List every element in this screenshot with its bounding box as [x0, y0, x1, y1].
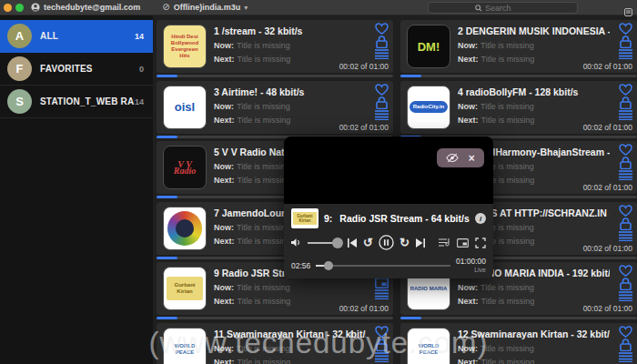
station-logo-text: RADIO MARIA	[409, 284, 450, 294]
favorite-heart-icon[interactable]	[619, 23, 632, 35]
sidebar-item-label: ALL	[40, 31, 135, 41]
player-thumbnail: Gurbani Kirtan	[291, 208, 318, 228]
station-card[interactable]: DM! 2 DENGERIN MUSIK INDONESIA - 64 kbit…	[400, 20, 637, 73]
volume-slider[interactable]	[308, 242, 342, 244]
station-card[interactable]: Hindi Desi Bollywood Evergreen Hits 1 /s…	[157, 20, 393, 73]
volume-icon[interactable]	[291, 238, 302, 248]
station-row: DM! 2 DENGERIN MUSIK INDONESIA - 64 kbit…	[400, 20, 637, 81]
queue-list-icon[interactable]	[375, 352, 389, 362]
fullscreen-icon[interactable]	[475, 238, 486, 248]
station-now-line: Now:Title is missing	[214, 344, 290, 353]
lock-icon[interactable]	[620, 339, 632, 351]
station-next-line: Next:Title is missing	[214, 176, 290, 185]
seek-knob[interactable]	[324, 261, 333, 270]
favorite-heart-icon[interactable]	[375, 84, 389, 96]
lock-icon[interactable]	[620, 35, 632, 48]
queue-list-icon[interactable]	[375, 289, 389, 299]
skip-back-icon[interactable]: ↺	[363, 237, 373, 248]
playlist-selector[interactable]: ⊘ Offline)india.m3u ▾	[162, 3, 248, 12]
station-title: 12 Swaminarayan Kirtan - 32 kbit/s	[458, 329, 610, 339]
lock-icon[interactable]	[620, 96, 632, 109]
station-time: 00:02 of 01:00	[339, 62, 389, 71]
favorite-heart-icon[interactable]	[375, 23, 389, 35]
seek-bar[interactable]	[316, 265, 450, 267]
sidebar-item[interactable]: S STATION_T_WEB RADIO 14	[0, 86, 153, 118]
hide-video-icon[interactable]	[446, 153, 459, 163]
queue-list-icon[interactable]	[619, 49, 632, 59]
picture-in-picture-icon[interactable]	[457, 238, 469, 248]
sidebar: A ALL 14 F FAVORITES 0 S STATION_T_WEB R…	[0, 15, 153, 364]
view-toggle-button[interactable]	[624, 4, 632, 20]
lock-icon[interactable]	[620, 278, 632, 290]
station-card[interactable]: RadioCity.in 4 radioBollyFM - 128 kbit/s…	[400, 81, 637, 134]
lock-icon[interactable]	[376, 35, 388, 48]
favorite-heart-icon[interactable]	[619, 205, 632, 217]
search-box[interactable]	[428, 2, 578, 14]
sidebar-item[interactable]: A ALL 14	[0, 20, 153, 53]
station-logo: RadioCity.in	[407, 86, 450, 129]
station-logo-text: Hindi Desi Bollywood Evergreen Hits	[164, 32, 206, 61]
favorite-heart-icon[interactable]	[375, 326, 389, 338]
station-logo: WORLD PEACE	[407, 328, 450, 364]
favorite-heart-icon[interactable]	[619, 265, 632, 277]
traffic-light-green[interactable]	[15, 4, 24, 12]
player-total-time: 01:00:00	[456, 258, 486, 266]
player-overlay-actions: ×	[437, 148, 484, 167]
playlist-icon[interactable]	[439, 238, 450, 248]
station-row: WORLD PEACE 11 Swaminarayan Kirtan - 32 …	[157, 323, 400, 364]
offline-icon: ⊘	[162, 3, 169, 12]
station-now-line: Now:Title is missing	[214, 283, 290, 292]
next-track-icon[interactable]	[415, 238, 425, 248]
lock-icon[interactable]	[620, 217, 632, 230]
queue-list-icon[interactable]	[375, 110, 389, 120]
station-card[interactable]: WORLD PEACE 12 Swaminarayan Kirtan - 32 …	[400, 323, 637, 364]
sidebar-item-count: 14	[135, 32, 144, 41]
traffic-light-yellow[interactable]	[4, 4, 12, 12]
station-now-line: Now:Title is missing	[458, 283, 534, 292]
queue-list-icon[interactable]	[619, 170, 632, 180]
live-badge: Live	[474, 266, 486, 274]
station-logo: oisl	[163, 86, 207, 129]
station-time: 00:02 of 01:00	[583, 304, 632, 313]
player-station-index: 9:	[324, 213, 332, 224]
station-next-line: Next:Title is missing	[214, 358, 290, 364]
queue-list-icon[interactable]	[619, 352, 632, 362]
now-playing-video-icon[interactable]	[375, 278, 389, 288]
app-window: techedubyte@gmail.com ⊘ Offline)india.m3…	[0, 0, 637, 364]
favorite-heart-icon[interactable]	[619, 144, 632, 156]
station-card[interactable]: oisl 3 Airtime! - 48 kbit/s Now:Title is…	[157, 81, 393, 134]
station-logo-text: Gurbani Kirtan	[167, 277, 203, 300]
station-card[interactable]: WORLD PEACE 11 Swaminarayan Kirtan - 32 …	[157, 323, 393, 364]
station-title: 2 DENGERIN MUSIK INDONESIA - 64 kbit/s	[458, 25, 610, 36]
close-player-icon[interactable]: ×	[469, 153, 475, 164]
volume-knob[interactable]	[332, 238, 343, 248]
station-progress-bar	[400, 317, 637, 319]
lock-icon[interactable]	[620, 157, 632, 169]
lock-icon[interactable]	[376, 339, 388, 351]
account-menu[interactable]: techedubyte@gmail.com	[31, 3, 140, 12]
station-row: Hindi Desi Bollywood Evergreen Hits 1 /s…	[157, 20, 400, 81]
previous-track-icon[interactable]	[348, 238, 358, 248]
station-time: 00:02 of 01:00	[583, 183, 632, 192]
user-icon	[31, 3, 40, 12]
sidebar-item[interactable]: F FAVORITES 0	[0, 53, 153, 86]
player-video-area[interactable]: ×	[284, 136, 493, 204]
pause-button[interactable]	[379, 235, 394, 250]
skip-forward-icon[interactable]: ↻	[399, 237, 410, 248]
station-next-line: Next:Title is missing	[458, 116, 534, 125]
queue-list-icon[interactable]	[619, 291, 632, 301]
sidebar-item-count: 14	[135, 97, 144, 106]
info-icon[interactable]: i	[475, 213, 486, 224]
station-progress-bar	[157, 317, 393, 319]
station-logo-text: RadioCity.in	[410, 101, 449, 113]
favorite-heart-icon[interactable]	[619, 326, 632, 338]
station-logo-text: WORLD PEACE	[408, 341, 450, 358]
lock-icon[interactable]	[376, 96, 388, 109]
queue-list-icon[interactable]	[375, 49, 389, 59]
queue-list-icon[interactable]	[619, 110, 632, 120]
queue-list-icon[interactable]	[619, 231, 632, 241]
favorite-heart-icon[interactable]	[619, 84, 632, 96]
station-logo: DM!	[407, 25, 450, 68]
station-now-line: Now:Title is missing	[214, 223, 290, 232]
search-input[interactable]	[485, 4, 531, 13]
